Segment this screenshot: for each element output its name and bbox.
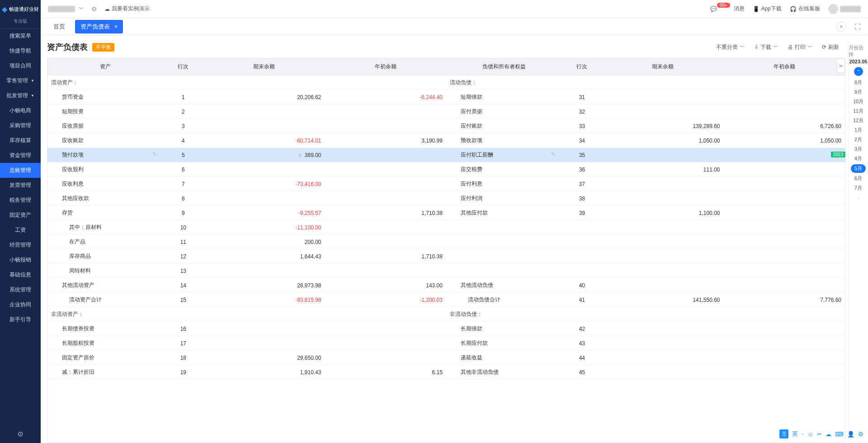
month-item[interactable]: 8月 — [849, 78, 868, 87]
unbalanced-badge: 不平衡 — [92, 43, 114, 52]
avatar — [828, 4, 838, 14]
ime-bar: 王 英 • ☺ ✂ ☁ ⌨ 👤 ⚙ — [779, 429, 863, 438]
ime-user-icon[interactable]: 👤 — [847, 431, 854, 438]
table-row[interactable]: 流动资产：流动负债： — [47, 76, 845, 90]
table-row[interactable]: 其中：原材料10-11,100.00 — [47, 220, 845, 235]
sidebar-item[interactable]: 库存核算 — [0, 133, 41, 148]
sidebar-item[interactable]: 税务管理 — [0, 193, 41, 208]
sidebar-item[interactable]: 固定资产 — [0, 208, 41, 223]
chevron-down-icon: ﹀ — [740, 43, 745, 51]
topbar: ﹀ ⚙ ☁ 我要看实例演示 💬 99+ 消息 📱App下载 🎧在线客服 — [41, 0, 868, 18]
month-item[interactable]: 4月 — [849, 154, 868, 163]
month-item[interactable]: 2月 — [849, 135, 868, 144]
sidebar-item[interactable]: 工资 — [0, 223, 41, 238]
no-reclass-button[interactable]: 不重分类 ﹀ — [716, 43, 745, 51]
app-download-button[interactable]: 📱App下载 — [753, 5, 782, 13]
sidebar-item[interactable]: 项目合同 — [0, 58, 41, 73]
month-item[interactable]: 1月 — [849, 125, 868, 135]
sidebar-item[interactable]: 发票管理 — [0, 178, 41, 193]
tab-balance-sheet[interactable]: 资产负债表 × — [75, 20, 123, 33]
month-item[interactable]: 7月 — [849, 183, 868, 193]
sidebar-item[interactable]: 总账管理 — [0, 163, 41, 178]
table-row[interactable]: 其他流动资产1428,973.98143.00其他流动负债40 — [47, 278, 845, 293]
sidebar-item[interactable]: 资金管理 — [0, 148, 41, 163]
month-item[interactable]: 6月 — [849, 174, 868, 183]
fullscreen-icon[interactable]: ⛶ — [854, 23, 861, 30]
col-begin-left: 年初余额 — [325, 58, 446, 76]
tabs: 首页 资产负债表 × × ⛶ — [41, 18, 868, 35]
table-row[interactable]: 应收股利6应交税费36111.00 — [47, 162, 845, 177]
refresh-icon: ⟳ — [822, 44, 826, 50]
table-row[interactable]: 库存商品121,644.431,710.38 — [47, 249, 845, 264]
month-scroll-up[interactable]: ⌃ — [854, 67, 863, 76]
ime-emoji-icon[interactable]: ☺ — [807, 431, 813, 438]
table-row[interactable]: 长期股权投资17长期应付款43 — [47, 336, 845, 351]
headset-icon: 🎧 — [790, 6, 797, 12]
table-row[interactable]: 其他应收款8应付利润38 — [47, 191, 845, 206]
year-tag: 2023 — [831, 152, 845, 157]
sidebar-item[interactable]: 基础信息 — [0, 267, 41, 282]
sidebar-item[interactable]: 企业协同 — [0, 297, 41, 312]
ime-cloud-icon[interactable]: ☁ — [826, 431, 831, 438]
month-item[interactable]: 9月 — [849, 87, 868, 97]
ime-keyboard-icon[interactable]: ⌨ — [835, 431, 844, 438]
chevron-down-icon: ﹀ — [79, 5, 84, 13]
sidebar-item[interactable]: 零售管理▼ — [0, 73, 41, 88]
expand-columns-button[interactable]: ≫ — [837, 58, 845, 73]
month-item[interactable]: 5月 — [851, 164, 866, 173]
table-row[interactable]: 应收账款4-60,714.013,190.99预收款项341,050.001,0… — [47, 133, 845, 148]
sidebar-item[interactable]: 快捷导航 — [0, 43, 41, 58]
table-row[interactable]: 周转材料13 — [47, 264, 845, 278]
demo-link[interactable]: ☁ 我要看实例演示 — [104, 5, 150, 13]
refresh-button[interactable]: ⟳ 刷新 — [822, 43, 839, 51]
ime-lang[interactable]: 英 — [792, 430, 798, 438]
table-row[interactable]: 短期投资2应付票据32 — [47, 105, 845, 119]
brand-logo: ◆ 畅捷通好业财 — [0, 0, 41, 18]
tab-home[interactable]: 首页 — [48, 20, 71, 33]
sidebar-item[interactable]: 采购管理 — [0, 118, 41, 133]
month-item[interactable]: 11月 — [849, 106, 868, 116]
sidebar-item[interactable]: 系统管理 — [0, 282, 41, 297]
download-button[interactable]: ⇩ 下载 ﹀ — [754, 43, 778, 51]
edit-icon[interactable]: ✎ — [551, 151, 556, 157]
table-row[interactable]: 减：累计折旧191,910.436.15其他非流动负债45 — [47, 365, 845, 380]
month-item[interactable]: 10月 — [849, 97, 868, 106]
sidebar-item[interactable]: 小畅报销 — [0, 252, 41, 267]
sidebar-item[interactable]: 新手引导 — [0, 312, 41, 327]
ime-tool-icon[interactable]: ✂ — [817, 431, 822, 438]
ime-logo-icon[interactable]: 王 — [779, 429, 788, 438]
table-row[interactable]: 长期债券投资16长期借款42 — [47, 322, 845, 336]
sidebar-item[interactable]: 批发管理▼ — [0, 88, 41, 103]
table-row[interactable]: 在产品11200.00 — [47, 235, 845, 249]
ime-settings-icon[interactable]: ⚙ — [858, 431, 863, 438]
table-row[interactable]: 货币资金120,206.62-6,244.40短期借款31 — [47, 90, 845, 105]
month-item[interactable]: 12月 — [849, 116, 868, 125]
month-panel-title: 月份选择 — [849, 44, 868, 58]
sidebar-item[interactable]: 小畅电商 — [0, 103, 41, 118]
table-row[interactable]: 应收票据3应付账款33139,289.606,726.60 — [47, 119, 845, 133]
month-scroll-down[interactable]: ⌄ — [856, 195, 860, 200]
month-panel-year: 2023.05 — [849, 59, 868, 64]
sidebar-item[interactable]: 搜索菜单 — [0, 29, 41, 43]
table-row[interactable]: 存货9-9,255.571,710.38其他应付款391,100.00 — [47, 206, 845, 220]
edit-icon[interactable]: ✎ — [152, 151, 157, 157]
table-row[interactable]: 固定资产原价1829,650.00递延收益44 — [47, 351, 845, 365]
table-row[interactable]: 预付款项✎5🗎389.00应付职工薪酬✎35 — [47, 148, 845, 162]
table-row[interactable]: 流动资产合计15-93,815.98-1,200.03流动负债合计41141,5… — [47, 293, 845, 307]
close-icon[interactable]: × — [114, 23, 118, 30]
table-row[interactable]: 应收利息7-73,416.00应付利息37 — [47, 177, 845, 191]
col-liab: 负债和所有者权益 — [446, 58, 562, 76]
sidebar-item[interactable]: 经营管理 — [0, 238, 41, 252]
chevron-down-icon: ▼ — [31, 94, 34, 98]
settings-icon[interactable]: ⚙ — [0, 425, 41, 443]
user-menu[interactable] — [828, 4, 861, 14]
table-row[interactable]: 非流动资产：非流动负债： — [47, 307, 845, 322]
messages-button[interactable]: 💬 99+ 消息 — [710, 5, 745, 13]
support-button[interactable]: 🎧在线客服 — [790, 5, 820, 13]
gear-icon[interactable]: ⚙ — [91, 5, 97, 13]
org-selector[interactable]: ﹀ — [48, 5, 84, 13]
month-item[interactable]: 3月 — [849, 144, 868, 154]
close-all-tabs-button[interactable]: × — [836, 22, 846, 32]
col-line-right: 行次 — [562, 58, 602, 76]
print-button[interactable]: 🖨 打印 ﹀ — [788, 43, 813, 51]
